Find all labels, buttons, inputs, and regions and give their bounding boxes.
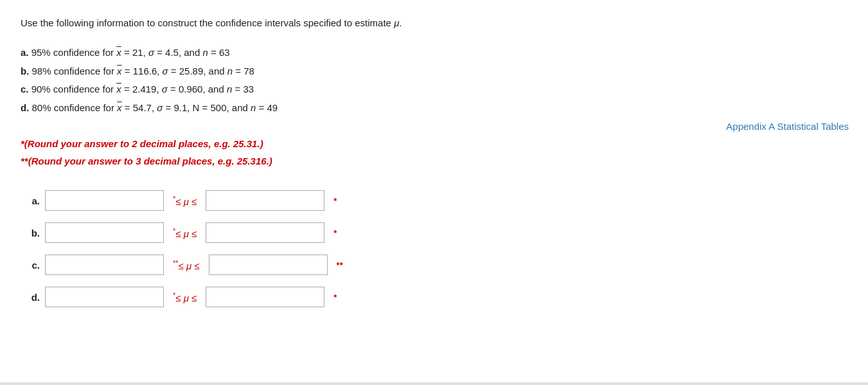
intro-text: Use the following information to constru… bbox=[21, 15, 622, 31]
row-label-d: d. bbox=[21, 292, 40, 303]
input-c-lower[interactable] bbox=[45, 255, 164, 275]
row-label-c: c. bbox=[21, 260, 40, 271]
star-c: ** bbox=[337, 260, 343, 270]
answer-row-a: a. *≤ μ ≤ * bbox=[21, 190, 622, 211]
problem-list: a. 95% confidence for x = 21, σ = 4.5, a… bbox=[21, 44, 622, 117]
inequality-a: *≤ μ ≤ bbox=[173, 195, 197, 207]
rounding-note-1: *(Round your answer to 2 decimal places,… bbox=[21, 135, 622, 152]
rounding-notes: *(Round your answer to 2 decimal places,… bbox=[21, 135, 622, 170]
answer-row-d: d. *≤ μ ≤ * bbox=[21, 287, 622, 307]
input-b-upper[interactable] bbox=[206, 222, 324, 243]
star-b: * bbox=[333, 228, 337, 238]
row-label-b: b. bbox=[21, 228, 40, 238]
input-a-lower[interactable] bbox=[45, 190, 164, 211]
inequality-d: *≤ μ ≤ bbox=[173, 291, 197, 303]
row-label-a: a. bbox=[21, 195, 40, 206]
input-c-upper[interactable] bbox=[209, 255, 328, 275]
inequality-b: *≤ μ ≤ bbox=[173, 227, 197, 239]
inequality-c: **≤ μ ≤ bbox=[173, 259, 200, 271]
input-d-lower[interactable] bbox=[45, 287, 164, 307]
star-d: * bbox=[333, 292, 337, 302]
bottom-border bbox=[0, 382, 868, 385]
input-a-upper[interactable] bbox=[206, 190, 324, 211]
star-a: * bbox=[333, 196, 337, 206]
answer-row-c: c. **≤ μ ≤ ** bbox=[21, 255, 622, 275]
input-b-lower[interactable] bbox=[45, 222, 164, 243]
answer-rows: a. *≤ μ ≤ * b. *≤ μ ≤ * c. **≤ μ ≤ ** d.… bbox=[21, 190, 622, 307]
input-d-upper[interactable] bbox=[206, 287, 324, 307]
rounding-note-2: **(Round your answer to 3 decimal places… bbox=[21, 152, 622, 170]
answer-row-b: b. *≤ μ ≤ * bbox=[21, 222, 622, 243]
appendix-link[interactable]: Appendix A Statistical Tables bbox=[726, 121, 849, 132]
